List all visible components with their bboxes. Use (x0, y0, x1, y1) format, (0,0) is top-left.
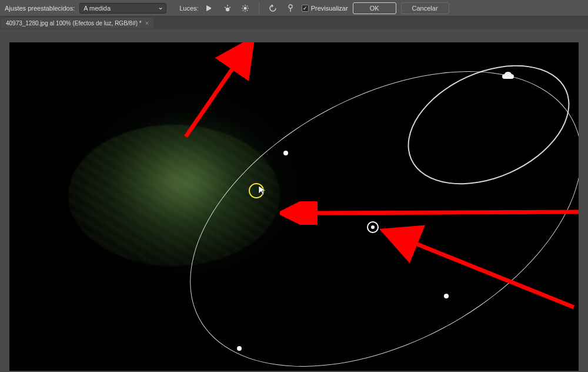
reset-icon[interactable] (266, 2, 279, 14)
tab-title: 40973_1280.jpg al 100% (Efectos de luz, … (6, 20, 142, 26)
cancel-button[interactable]: Cancelar (401, 2, 449, 14)
cloud-icon (501, 71, 515, 81)
document-tab-bar: 40973_1280.jpg al 100% (Efectos de luz, … (0, 16, 588, 29)
options-toolbar: Ajustes preestablecidos: A medida Luces:… (0, 0, 588, 16)
svg-point-0 (225, 7, 229, 11)
presets-dropdown[interactable]: A medida (79, 3, 166, 14)
light-hotspot-ellipse[interactable] (389, 42, 579, 208)
pin-icon[interactable] (284, 2, 297, 14)
spotlight-icon[interactable] (203, 2, 216, 14)
annotation-arrow (280, 201, 579, 225)
lit-terrain (68, 125, 280, 266)
svg-line-4 (285, 212, 579, 213)
ok-button[interactable]: OK (353, 2, 396, 14)
light-center-target-icon[interactable] (367, 221, 379, 233)
annotation-arrow (380, 225, 579, 313)
ellipse-handle[interactable] (237, 346, 242, 351)
image-canvas[interactable] (9, 42, 579, 371)
lights-label: Luces: (179, 5, 198, 12)
document-tab[interactable]: 40973_1280.jpg al 100% (Efectos de luz, … (1, 18, 153, 28)
ellipse-handle[interactable] (444, 294, 449, 298)
svg-line-5 (387, 232, 574, 307)
preset-value: A medida (83, 5, 111, 12)
presets-label: Ajustes preestablecidos: (5, 5, 75, 12)
cursor-icon (258, 185, 269, 196)
preview-label: Previsualizar (311, 5, 348, 12)
preview-checkbox[interactable]: ✓ Previsualizar (302, 5, 348, 12)
toolbar-divider (259, 3, 259, 14)
svg-point-1 (243, 6, 246, 9)
point-light-icon[interactable] (221, 2, 234, 14)
checkbox-icon: ✓ (302, 5, 309, 12)
infinite-light-icon[interactable] (239, 2, 252, 14)
ellipse-handle[interactable] (283, 151, 288, 155)
close-icon[interactable]: × (145, 19, 149, 26)
svg-line-3 (186, 42, 250, 137)
canvas-area (0, 29, 588, 372)
svg-point-2 (289, 5, 292, 8)
